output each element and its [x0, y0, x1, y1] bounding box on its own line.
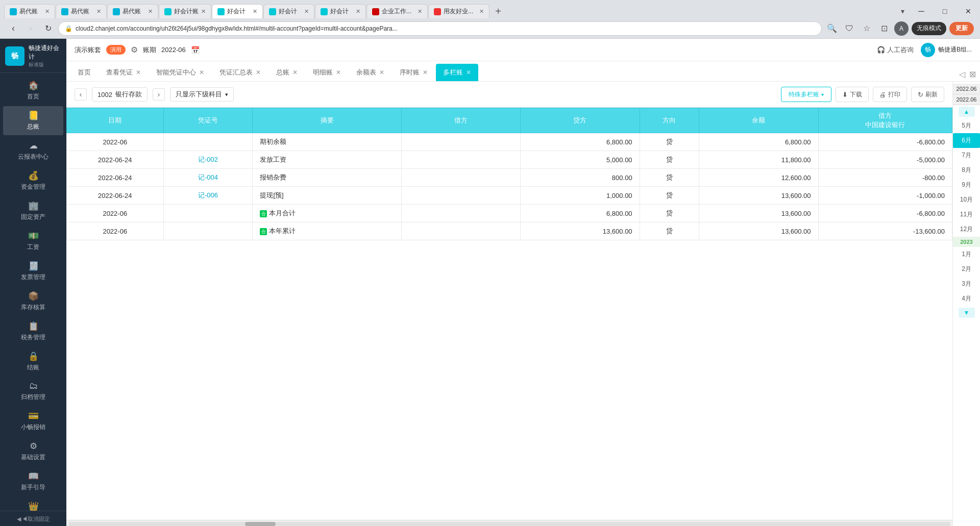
shield-icon[interactable]: 🛡 [842, 21, 856, 36]
minimize-button[interactable]: ─ [910, 4, 933, 18]
sidebar-item-inventory[interactable]: 📦 库存核算 [3, 287, 63, 316]
tab-smart-voucher-close[interactable]: ✕ [199, 69, 204, 76]
user-profile[interactable]: 畅 畅捷通B组... [921, 43, 972, 57]
update-button[interactable]: 更新 [949, 22, 974, 35]
month-item-7[interactable]: 7月 [953, 148, 980, 163]
month-item-8[interactable]: 8月 [953, 163, 980, 178]
tab-voucher-view[interactable]: 查看凭证 ✕ [99, 64, 148, 81]
browser-tab-3[interactable]: 易代账 ✕ [107, 4, 158, 18]
consult-button[interactable]: 🎧 人工咨询 [877, 45, 914, 55]
tab-detail-ledger[interactable]: 明细账 ✕ [306, 64, 348, 81]
account-nav-prev[interactable]: ‹ [75, 88, 87, 101]
browser-tab-2[interactable]: 易代账 ✕ [56, 4, 107, 18]
sidebar-item-settings[interactable]: ⚙ 基础设置 [3, 437, 63, 466]
forward-button[interactable]: › [23, 21, 38, 36]
star-icon[interactable]: ☆ [860, 21, 874, 36]
month-item-year2023[interactable]: 2023 [953, 237, 980, 247]
sidebar-pin-area[interactable]: ◀ ◀取消固定 [0, 511, 66, 526]
browser-ext-btn[interactable]: ⊡ [877, 21, 891, 36]
new-tab-button[interactable]: + [490, 4, 506, 18]
sidebar-item-general-ledger[interactable]: 📒 总账 [3, 106, 63, 135]
tab-list-button[interactable]: ▾ [895, 4, 910, 18]
tab-general-ledger-close[interactable]: ✕ [292, 69, 298, 76]
table-scroll-area[interactable]: 日期 凭证号 摘要 借方 [66, 108, 952, 520]
browser-tab-5[interactable]: 好会计 ✕ [212, 4, 263, 18]
sidebar-item-expense[interactable]: 💳 小畅报销 [3, 407, 63, 436]
tab1-close[interactable]: ✕ [45, 8, 50, 15]
tab2-close[interactable]: ✕ [96, 8, 101, 15]
sidebar-item-invoice[interactable]: 🧾 发票管理 [3, 257, 63, 286]
tab-balance-table[interactable]: 余额表 ✕ [349, 64, 391, 81]
calendar-icon[interactable]: 📅 [191, 46, 200, 54]
tab-home[interactable]: 首页 [70, 64, 98, 81]
refresh-button[interactable]: ↻ 刷新 [911, 87, 944, 102]
reload-button[interactable]: ↻ [41, 21, 55, 36]
tab8-close[interactable]: ✕ [418, 8, 422, 15]
tab-voucher-summary[interactable]: 凭证汇总表 ✕ [212, 64, 268, 81]
search-icon[interactable]: 🔍 [825, 21, 839, 36]
tab5-close[interactable]: ✕ [253, 8, 257, 15]
tab-time-ledger-close[interactable]: ✕ [423, 69, 428, 76]
sidebar-item-guide[interactable]: 📖 新手引导 [3, 467, 63, 496]
tab7-close[interactable]: ✕ [356, 8, 360, 15]
close-button[interactable]: ✕ [957, 4, 980, 18]
month-item-6[interactable]: 6月 [953, 133, 980, 148]
account-selector[interactable]: 1002 银行存款 [92, 87, 148, 102]
settings-gear-icon[interactable]: ⚙ [131, 45, 138, 55]
sidebar-item-archive[interactable]: 🗂 归档管理 [3, 377, 63, 406]
month-item-5[interactable]: 5月 [953, 118, 980, 133]
month-item-3[interactable]: 3月 [953, 277, 980, 291]
h-scroll-track[interactable] [68, 522, 950, 526]
stealth-mode-button[interactable]: 无痕模式 [912, 22, 946, 35]
tab-multi-ledger-close[interactable]: ✕ [466, 69, 471, 76]
tab6-close[interactable]: ✕ [304, 8, 309, 15]
print-button[interactable]: 🖨 打印 [873, 87, 907, 102]
collapse-left-icon[interactable]: ◁ [959, 69, 965, 79]
tab9-close[interactable]: ✕ [479, 8, 484, 15]
table-cell[interactable]: 记-002 [163, 151, 253, 169]
tab3-close[interactable]: ✕ [148, 8, 153, 15]
sidebar-item-vip[interactable]: 👑 畅会员 [3, 497, 63, 511]
account-nav-next[interactable]: › [153, 88, 165, 101]
month-item-2[interactable]: 2月 [953, 262, 980, 277]
month-item-4[interactable]: 4月 [953, 291, 980, 306]
horizontal-scrollbar[interactable] [66, 520, 952, 526]
tab4-close[interactable]: ✕ [201, 8, 206, 15]
month-scroll-up[interactable]: ▲ [959, 107, 975, 117]
table-cell[interactable]: 记-006 [163, 187, 253, 205]
tab-voucher-view-close[interactable]: ✕ [136, 69, 141, 76]
month-item-9[interactable]: 9月 [953, 178, 980, 192]
sidebar-item-funds[interactable]: 💰 资金管理 [3, 166, 63, 195]
month-item-10[interactable]: 10月 [953, 192, 980, 207]
browser-tab-6[interactable]: 好会计 ✕ [263, 4, 314, 18]
expand-icon[interactable]: ⊠ [969, 69, 976, 79]
browser-tab-9[interactable]: 用友好业... ✕ [428, 4, 489, 18]
sidebar-item-salary[interactable]: 💵 工资 [3, 227, 63, 256]
tab-voucher-summary-close[interactable]: ✕ [256, 69, 261, 76]
tab-detail-ledger-close[interactable]: ✕ [336, 69, 341, 76]
browser-tab-1[interactable]: 易代账 ✕ [4, 4, 55, 18]
tab-general-ledger[interactable]: 总账 ✕ [269, 64, 305, 81]
month-item-12[interactable]: 12月 [953, 222, 980, 237]
tab-time-ledger[interactable]: 序时账 ✕ [393, 64, 435, 81]
sidebar-item-home[interactable]: 🏠 首页 [3, 76, 63, 105]
tab-smart-voucher[interactable]: 智能凭证中心 ✕ [149, 64, 211, 81]
sidebar-item-cloud-report[interactable]: ☁ 云报表中心 [3, 136, 63, 165]
tab-multi-ledger[interactable]: 多栏账 ✕ [436, 64, 478, 81]
month-item-11[interactable]: 11月 [953, 207, 980, 222]
sidebar-item-fixed-assets[interactable]: 🏢 固定资产 [3, 196, 63, 226]
month-scroll-down[interactable]: ▼ [959, 308, 975, 318]
sidebar-item-tax[interactable]: 📋 税务管理 [3, 317, 63, 346]
special-multi-ledger-button[interactable]: 特殊多栏账 ▾ [781, 87, 831, 102]
browser-tab-8[interactable]: 企业工作... ✕ [366, 4, 428, 18]
h-scroll-thumb[interactable] [245, 522, 276, 526]
month-item-1[interactable]: 1月 [953, 247, 980, 262]
browser-tab-7[interactable]: 好会计 ✕ [315, 4, 366, 18]
url-bar[interactable]: 🔒 cloud2.chanjet.com/accounting/uh26t264… [58, 21, 822, 36]
download-button[interactable]: ⬇ 下载 [836, 87, 869, 102]
sidebar-item-close-account[interactable]: 🔒 结账 [3, 347, 63, 376]
back-button[interactable]: ‹ [6, 21, 20, 36]
browser-tab-4[interactable]: 好会计账 ✕ [159, 4, 211, 18]
profile-circle[interactable]: A [894, 21, 909, 36]
table-cell[interactable]: 记-004 [163, 169, 253, 187]
